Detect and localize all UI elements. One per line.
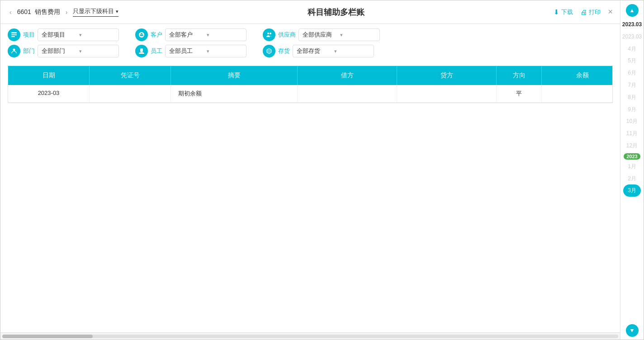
timeline-item-3-active[interactable]: 3月 — [623, 184, 641, 197]
inventory-label: 存货 — [278, 47, 290, 55]
staff-label: 员工 — [151, 47, 162, 55]
timeline-item-11[interactable]: 11月 — [620, 128, 644, 140]
title-bar: ‹ 6601 销售费用 › 只显示下级科目 ▾ 科目辅助多栏账 ⬇ 下载 — [0, 0, 620, 24]
timeline-item-8[interactable]: 8月 — [620, 91, 644, 104]
page-title: 科目辅助多栏账 — [308, 7, 365, 18]
timeline-item-10[interactable]: 10月 — [620, 115, 644, 128]
supplier-label: 供应商 — [278, 31, 296, 39]
staff-select[interactable]: 全部员工 ▾ — [165, 45, 246, 57]
title-right: ⬇ 下载 🖨 打印 × — [554, 7, 613, 17]
project-select[interactable]: 全部项目 ▾ — [38, 28, 119, 41]
col-balance: 余额 — [542, 66, 613, 85]
cell-direction-0: 平 — [497, 85, 542, 102]
timeline-up-btn[interactable]: ▲ — [626, 4, 639, 17]
show-sub-toggle[interactable]: 只显示下级科目 ▾ — [73, 7, 118, 17]
filter-inventory: 存货 全部存货 ▾ — [263, 45, 374, 57]
timeline-item-9[interactable]: 9月 — [620, 104, 644, 116]
col-credit: 贷方 — [397, 66, 497, 85]
col-date: 日期 — [8, 66, 90, 85]
timeline-item-2023-03-2[interactable]: 2023.03 — [620, 31, 644, 43]
col-summary: 摘要 — [171, 66, 298, 85]
filter-project: 项目 全部项目 ▾ — [8, 28, 119, 41]
timeline-item-5[interactable]: 5月 — [620, 55, 644, 67]
timeline-item-2[interactable]: 2月 — [620, 173, 644, 185]
inventory-icon — [263, 45, 275, 57]
year-badge-container: 2023 — [624, 153, 640, 160]
cell-summary-0: 期初余额 — [171, 85, 298, 102]
cell-debit-0 — [298, 85, 397, 102]
ledger-table: 日期 凭证号 摘要 借方 贷方 方向 余额 2023-03 期初余额 平 — [8, 66, 613, 103]
prev-account-btn[interactable]: ‹ — [8, 7, 14, 18]
timeline-down-btn[interactable]: ▼ — [626, 324, 639, 337]
print-icon: 🖨 — [580, 8, 587, 16]
customer-select[interactable]: 全部客户 ▾ — [165, 28, 246, 41]
customer-arrow-icon: ▾ — [207, 32, 242, 38]
download-icon: ⬇ — [554, 8, 559, 16]
filter-supplier: 供应商 全部供应商 ▾ — [263, 28, 380, 41]
project-arrow-icon: ▾ — [79, 32, 115, 38]
dept-icon — [8, 45, 20, 57]
filter-area: 项目 全部项目 ▾ 客户 全部客户 ▾ — [0, 24, 620, 66]
main-content-area: ‹ 6601 销售费用 › 只显示下级科目 ▾ 科目辅助多栏账 ⬇ 下载 — [0, 0, 620, 103]
customer-icon — [135, 28, 148, 41]
staff-icon — [135, 45, 148, 57]
supplier-select[interactable]: 全部供应商 ▾ — [298, 28, 380, 41]
supplier-arrow-icon: ▾ — [340, 32, 376, 38]
main-window: ▲ 2023.03 2023.03 4月 5月 6月 7月 8月 9月 10月 … — [0, 0, 644, 340]
table-body: 2023-03 期初余额 平 — [8, 85, 612, 103]
year-badge: 2023 — [624, 153, 640, 160]
project-label: 项目 — [23, 31, 35, 39]
svg-point-5 — [13, 49, 15, 51]
col-debit: 借方 — [298, 66, 397, 85]
title-left: ‹ 6601 销售费用 › 只显示下级科目 ▾ — [8, 7, 118, 18]
svg-rect-2 — [11, 36, 15, 37]
horizontal-scrollbar[interactable] — [0, 332, 620, 340]
svg-point-4 — [270, 33, 271, 34]
table-header: 日期 凭证号 摘要 借方 贷方 方向 余额 — [8, 66, 612, 85]
timeline-item-7[interactable]: 7月 — [620, 79, 644, 91]
filter-row-1: 项目 全部项目 ▾ 客户 全部客户 ▾ — [8, 28, 613, 41]
svg-rect-1 — [11, 34, 17, 35]
timeline-item-6[interactable]: 6月 — [620, 67, 644, 79]
cell-balance-0 — [542, 85, 613, 102]
next-account-btn[interactable]: › — [64, 7, 70, 18]
scrollbar-track — [2, 335, 618, 338]
download-btn[interactable]: ⬇ 下载 — [554, 8, 573, 16]
timeline-panel: ▲ 2023.03 2023.03 4月 5月 6月 7月 8月 9月 10月 … — [620, 0, 644, 340]
filter-dept: 部门 全部部门 ▾ — [8, 45, 119, 57]
timeline-item-12[interactable]: 12月 — [620, 140, 644, 152]
customer-label: 客户 — [151, 31, 162, 39]
timeline-item-2023-03-1[interactable]: 2023.03 — [620, 19, 644, 31]
cell-date-0: 2023-03 — [8, 85, 90, 102]
show-sub-arrow-icon: ▾ — [116, 9, 118, 14]
print-btn[interactable]: 🖨 打印 — [580, 8, 601, 16]
svg-rect-0 — [11, 32, 17, 33]
table-row[interactable]: 2023-03 期初余额 平 — [8, 85, 612, 103]
col-direction: 方向 — [497, 66, 542, 85]
staff-arrow-icon: ▾ — [207, 48, 242, 54]
inventory-arrow-icon: ▾ — [334, 48, 370, 54]
project-icon — [8, 28, 20, 41]
account-code: 6601 销售费用 — [17, 8, 60, 16]
close-btn[interactable]: × — [608, 7, 613, 17]
timeline-item-4[interactable]: 4月 — [620, 43, 644, 55]
inventory-select[interactable]: 全部存货 ▾ — [293, 45, 374, 57]
col-voucher: 凭证号 — [90, 66, 171, 85]
timeline-item-1[interactable]: 1月 — [620, 161, 644, 173]
filter-customer: 客户 全部客户 ▾ — [135, 28, 246, 41]
supplier-icon — [263, 28, 275, 41]
cell-credit-0 — [397, 85, 497, 102]
dept-select[interactable]: 全部部门 ▾ — [38, 45, 119, 57]
svg-point-3 — [267, 33, 269, 34]
svg-rect-6 — [140, 48, 143, 52]
filter-staff: 员工 全部员工 ▾ — [135, 45, 246, 57]
dept-arrow-icon: ▾ — [79, 48, 115, 54]
dept-label: 部门 — [23, 47, 35, 55]
filter-row-2: 部门 全部部门 ▾ 员工 全部员工 ▾ — [8, 45, 613, 57]
scrollbar-thumb[interactable] — [2, 335, 93, 338]
cell-voucher-0 — [90, 85, 171, 102]
